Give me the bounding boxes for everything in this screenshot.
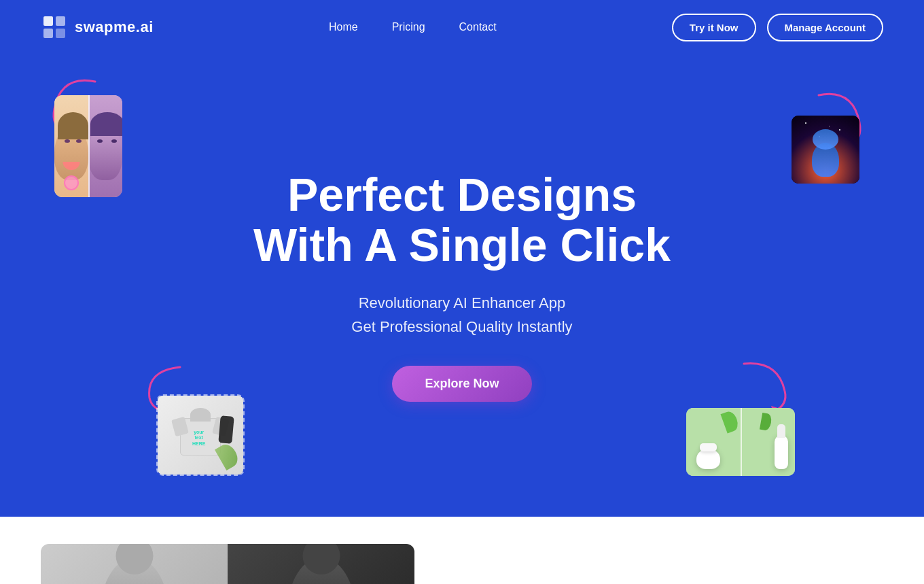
- deco-galaxy: [792, 116, 859, 184]
- nav-pricing[interactable]: Pricing: [392, 21, 425, 33]
- deco-tshirt: yourtextHERE: [156, 394, 245, 476]
- below-hero-section: [0, 517, 924, 584]
- logo[interactable]: swapme.ai: [41, 14, 154, 41]
- logo-text: swapme.ai: [75, 18, 154, 36]
- split-image-right: [228, 544, 414, 584]
- nav-actions: Try it Now Manage Account: [672, 14, 883, 41]
- split-image-left: [41, 544, 228, 584]
- svg-rect-0: [43, 16, 53, 26]
- hero-subtitle: Revolutionary AI Enhancer App Get Profes…: [253, 291, 671, 339]
- svg-rect-2: [43, 29, 53, 38]
- manage-account-button[interactable]: Manage Account: [767, 14, 883, 41]
- explore-now-button[interactable]: Explore Now: [392, 366, 531, 402]
- nav-home[interactable]: Home: [329, 21, 358, 33]
- deco-cosmetics: [686, 408, 795, 476]
- svg-rect-3: [56, 29, 65, 38]
- try-it-now-button[interactable]: Try it Now: [672, 14, 756, 41]
- logo-icon: [41, 14, 68, 41]
- nav-contact[interactable]: Contact: [459, 21, 497, 33]
- svg-rect-1: [56, 16, 65, 26]
- nav-links: Home Pricing Contact: [329, 21, 497, 33]
- deco-face-left: [54, 95, 122, 197]
- hero-title: Perfect Designs With A Single Click: [253, 169, 671, 271]
- hero-section: Perfect Designs With A Single Click Revo…: [0, 0, 924, 517]
- hero-content: Perfect Designs With A Single Click Revo…: [253, 169, 671, 402]
- split-image-preview: [41, 544, 414, 584]
